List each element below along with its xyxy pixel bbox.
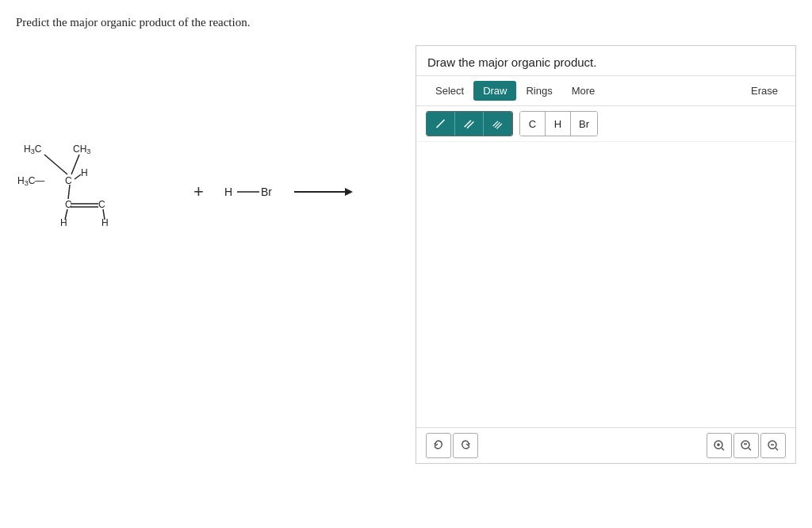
svg-text:H3C—: H3C— xyxy=(17,175,44,187)
triple-bond-button[interactable] xyxy=(484,112,512,136)
double-bond-icon xyxy=(463,117,475,131)
undo-icon xyxy=(432,439,445,452)
bottom-right-tools xyxy=(707,433,786,458)
single-bond-button[interactable] xyxy=(427,112,455,136)
molecule-structure: H3C CH3 H3C— C H C xyxy=(16,109,174,251)
svg-text:H3C: H3C xyxy=(24,143,42,155)
hbr-reagent: H Br xyxy=(223,156,278,204)
arrow-svg xyxy=(291,180,354,204)
svg-text:C: C xyxy=(65,175,72,186)
svg-line-4 xyxy=(44,155,67,174)
bond-group xyxy=(426,111,513,136)
single-bond-icon xyxy=(435,117,446,131)
double-bond-button[interactable] xyxy=(455,112,484,136)
redo-button[interactable] xyxy=(453,433,478,458)
atom-group: C H Br xyxy=(519,111,598,136)
reaction-arrow xyxy=(291,156,354,204)
svg-line-33 xyxy=(749,448,751,450)
svg-line-22 xyxy=(437,120,445,128)
atom-hydrogen-button[interactable]: H xyxy=(546,112,571,136)
toolbar-left: Select Draw Rings More xyxy=(426,81,604,101)
zoom-reset-icon xyxy=(740,439,753,452)
left-panel: H3C CH3 H3C— C H C xyxy=(16,45,392,251)
svg-line-36 xyxy=(776,448,778,450)
erase-button[interactable]: Erase xyxy=(743,81,786,101)
svg-line-5 xyxy=(71,155,79,174)
toolbar-tabs-row: Select Draw Rings More Erase xyxy=(416,76,795,106)
zoom-in-icon xyxy=(713,439,726,452)
undo-button[interactable] xyxy=(426,433,451,458)
svg-text:H: H xyxy=(60,217,67,228)
svg-text:CH3: CH3 xyxy=(73,143,90,155)
svg-text:H: H xyxy=(81,167,88,178)
tab-draw[interactable]: Draw xyxy=(473,81,516,101)
triple-bond-icon xyxy=(492,117,504,131)
svg-line-12 xyxy=(68,185,70,199)
molecule-svg: H3C CH3 H3C— C H C xyxy=(16,109,174,251)
page-instruction: Predict the major organic product of the… xyxy=(16,16,796,29)
atom-carbon-button[interactable]: C xyxy=(520,112,546,136)
zoom-out-icon xyxy=(767,439,779,452)
tab-select[interactable]: Select xyxy=(426,81,473,101)
zoom-reset-button[interactable] xyxy=(733,433,759,458)
main-layout: H3C CH3 H3C— C H C xyxy=(16,45,796,464)
canvas-area[interactable] xyxy=(416,142,795,427)
zoom-in-button[interactable] xyxy=(707,433,732,458)
redo-icon xyxy=(459,439,472,452)
bottom-toolbar xyxy=(416,427,795,463)
atom-bromine-button[interactable]: Br xyxy=(571,112,597,136)
bottom-left-tools xyxy=(426,433,478,458)
draw-panel-title: Draw the major organic product. xyxy=(416,46,795,76)
plus-sign: + xyxy=(193,158,204,202)
svg-text:Br: Br xyxy=(261,186,272,198)
svg-text:H: H xyxy=(224,186,232,198)
svg-text:C: C xyxy=(65,199,72,210)
svg-line-31 xyxy=(722,448,724,450)
tools-row: C H Br xyxy=(416,106,795,142)
tab-rings[interactable]: Rings xyxy=(516,81,561,101)
zoom-out-button[interactable] xyxy=(760,433,786,458)
svg-marker-21 xyxy=(345,188,353,196)
hbr-svg: H Br xyxy=(223,180,278,204)
tab-more[interactable]: More xyxy=(562,81,605,101)
svg-line-7 xyxy=(75,174,81,179)
svg-text:C: C xyxy=(98,199,105,210)
draw-panel: Draw the major organic product. Select D… xyxy=(416,45,796,464)
